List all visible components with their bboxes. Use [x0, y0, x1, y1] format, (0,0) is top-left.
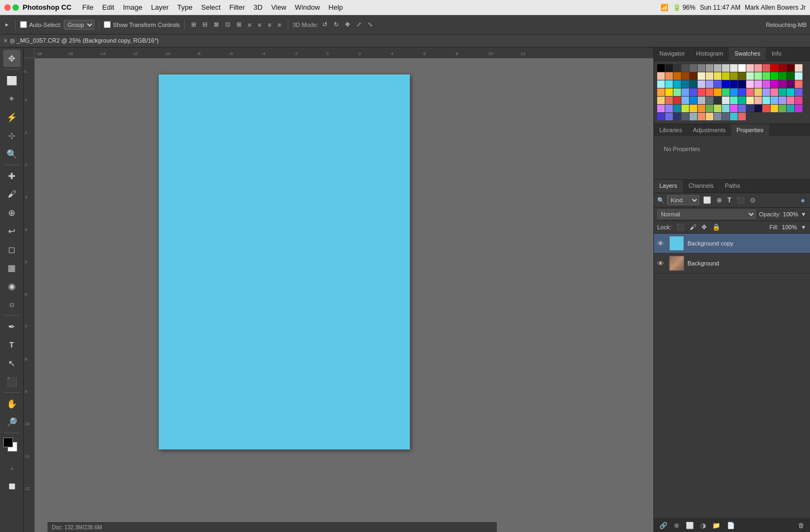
filter-type[interactable]: T [726, 196, 733, 204]
move-tool[interactable]: ✥ [3, 50, 21, 67]
swatch[interactable] [714, 88, 721, 96]
swatch[interactable] [738, 64, 746, 72]
swatch[interactable] [746, 64, 754, 72]
menu-filter[interactable]: Filter [225, 2, 249, 12]
swatch[interactable] [746, 72, 754, 80]
swatch[interactable] [665, 97, 673, 104]
fill-value[interactable]: 100% [782, 224, 797, 230]
layer-item-background[interactable]: 👁 Background [654, 254, 810, 274]
menu-view[interactable]: View [267, 2, 291, 12]
swatch[interactable] [714, 105, 721, 112]
history-brush[interactable]: ↩ [3, 222, 21, 240]
swatch[interactable] [722, 64, 730, 72]
swatch[interactable] [706, 88, 713, 96]
swatch[interactable] [690, 88, 697, 96]
swatch[interactable] [657, 80, 665, 88]
new-layer-dot[interactable]: ● [799, 195, 807, 205]
swatch[interactable] [673, 105, 681, 112]
swatch[interactable] [698, 64, 705, 72]
lasso-tool[interactable]: ⌖ [3, 90, 21, 107]
layer-new[interactable]: 📄 [725, 521, 737, 530]
swatch[interactable] [714, 72, 721, 80]
swatch[interactable] [657, 105, 665, 112]
swatch[interactable] [787, 72, 794, 80]
swatch[interactable] [762, 64, 770, 72]
tab-info[interactable]: Info [766, 47, 787, 60]
3d-rotate[interactable]: ↺ [320, 20, 329, 29]
swatch[interactable] [673, 64, 681, 72]
tab-adjustments[interactable]: Adjustments [687, 124, 731, 136]
layer-adjustment[interactable]: ◑ [698, 521, 708, 530]
swatch[interactable] [738, 80, 746, 88]
tab-title[interactable]: ◎ _MG_0357.CR2 @ 25% (Background copy, R… [10, 37, 159, 44]
layer-style[interactable]: ⊕ [672, 521, 681, 530]
layer-kind-select[interactable]: Kind [667, 195, 699, 205]
swatch[interactable] [771, 97, 778, 104]
align-bottom-left[interactable]: ≡ [255, 21, 263, 29]
blend-mode-select[interactable]: Normal [657, 209, 756, 219]
fill-arrow[interactable]: ▾ [800, 223, 807, 231]
swatch[interactable] [681, 97, 689, 104]
marquee-tool[interactable]: ⬜ [3, 72, 21, 89]
auto-select-dropdown[interactable]: Group [64, 20, 94, 30]
shape-tool[interactable]: ⬛ [3, 373, 21, 390]
swatch[interactable] [690, 97, 697, 104]
swatch[interactable] [754, 64, 762, 72]
swatch[interactable] [690, 113, 697, 120]
healing-tool[interactable]: ✚ [3, 167, 21, 185]
swatch[interactable] [681, 64, 689, 72]
swatch[interactable] [730, 113, 738, 120]
opacity-value[interactable]: 100% [783, 211, 798, 217]
menu-window[interactable]: Window [291, 2, 324, 12]
align-left[interactable]: ⊡ [223, 20, 232, 29]
swatch[interactable] [706, 64, 713, 72]
layer-group[interactable]: 📁 [710, 521, 723, 530]
auto-select-checkbox[interactable] [20, 21, 27, 28]
swatch[interactable] [665, 64, 673, 72]
swatch[interactable] [657, 97, 665, 104]
swatch[interactable] [722, 88, 730, 96]
3d-slide[interactable]: ⤢ [354, 20, 363, 29]
swatch[interactable] [787, 64, 794, 72]
tab-properties[interactable]: Properties [731, 124, 769, 136]
swatch[interactable] [779, 88, 786, 96]
swatch[interactable] [657, 64, 665, 72]
swatch[interactable] [771, 64, 778, 72]
swatch[interactable] [706, 105, 713, 112]
swatch[interactable] [722, 97, 730, 104]
lock-transparent[interactable]: ⬛ [674, 223, 686, 231]
swatch[interactable] [754, 72, 762, 80]
swatch[interactable] [795, 105, 802, 112]
quick-select-tool[interactable]: ⚡ [3, 108, 21, 126]
opacity-arrow[interactable]: ▾ [800, 210, 807, 219]
swatch[interactable] [754, 80, 762, 88]
swatch[interactable] [779, 80, 786, 88]
menu-edit[interactable]: Edit [98, 2, 118, 12]
swatch[interactable] [746, 88, 754, 96]
swatch[interactable] [787, 88, 794, 96]
swatch[interactable] [787, 80, 794, 88]
swatch[interactable] [779, 105, 786, 112]
swatch[interactable] [690, 64, 697, 72]
swatch[interactable] [698, 80, 705, 88]
swatch[interactable] [665, 113, 673, 120]
swatch[interactable] [754, 97, 762, 104]
swatch[interactable] [698, 105, 705, 112]
tab-channels[interactable]: Channels [683, 180, 719, 193]
swatch[interactable] [665, 88, 673, 96]
clone-tool[interactable]: ⊕ [3, 204, 21, 221]
show-transform-checkbox[interactable] [104, 21, 111, 28]
layer-visibility-background-copy[interactable]: 👁 [657, 240, 666, 248]
swatch[interactable] [706, 80, 713, 88]
swatch[interactable] [690, 105, 697, 112]
tab-close-btn[interactable]: ✕ [3, 38, 8, 44]
swatch[interactable] [746, 105, 754, 112]
menu-layer[interactable]: Layer [147, 2, 173, 12]
swatch[interactable] [714, 113, 721, 120]
swatch[interactable] [795, 80, 802, 88]
menu-3d[interactable]: 3D [249, 2, 267, 12]
swatch[interactable] [673, 80, 681, 88]
foreground-color[interactable] [3, 438, 13, 447]
swatch[interactable] [681, 113, 689, 120]
swatch[interactable] [738, 105, 746, 112]
